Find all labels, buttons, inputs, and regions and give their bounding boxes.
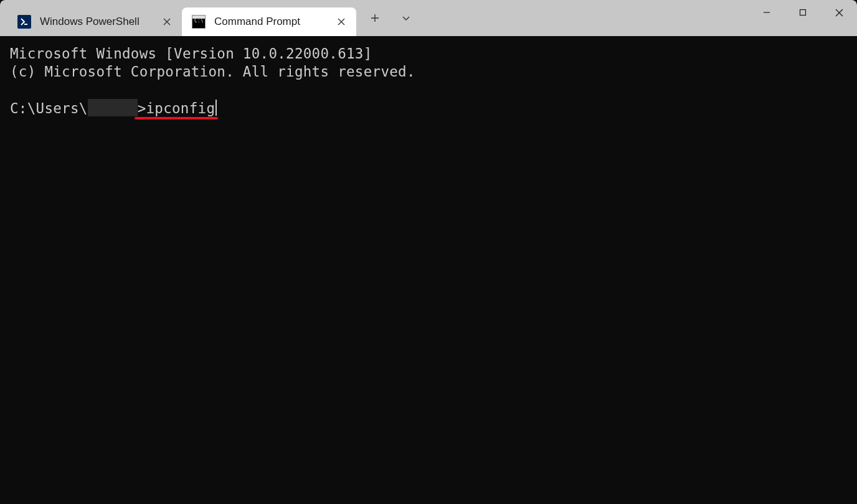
text-cursor xyxy=(215,100,217,116)
close-tab-button[interactable] xyxy=(159,14,174,29)
tab-label: Windows PowerShell xyxy=(40,16,151,28)
annotation-underline xyxy=(135,117,218,119)
close-tab-button[interactable] xyxy=(334,14,349,29)
new-tab-button[interactable] xyxy=(361,4,389,32)
maximize-button[interactable] xyxy=(785,0,821,25)
titlebar: Windows PowerShell C:\ Command Prompt xyxy=(0,0,857,36)
minimize-button[interactable] xyxy=(749,0,785,25)
tab-actions xyxy=(361,0,420,36)
banner-line: Microsoft Windows [Version 10.0.22000.61… xyxy=(10,45,372,62)
banner-line: (c) Microsoft Corporation. All rights re… xyxy=(10,63,415,80)
tab-dropdown-button[interactable] xyxy=(392,4,420,32)
close-window-button[interactable] xyxy=(821,0,857,25)
svg-rect-0 xyxy=(800,10,806,16)
tab-powershell[interactable]: Windows PowerShell xyxy=(7,7,182,36)
prompt-path-prefix: C:\Users\ xyxy=(10,100,88,116)
tab-label: Command Prompt xyxy=(214,16,325,28)
tab-cmd[interactable]: C:\ Command Prompt xyxy=(182,7,356,36)
redacted-username xyxy=(88,99,138,116)
terminal-output[interactable]: Microsoft Windows [Version 10.0.22000.61… xyxy=(0,36,857,144)
tab-strip: Windows PowerShell C:\ Command Prompt xyxy=(7,0,356,36)
prompt-suffix: > xyxy=(138,100,146,116)
powershell-icon xyxy=(17,15,31,29)
window-controls xyxy=(749,0,857,25)
typed-command: ipconfig xyxy=(146,100,215,116)
cmd-icon: C:\ xyxy=(192,15,206,29)
